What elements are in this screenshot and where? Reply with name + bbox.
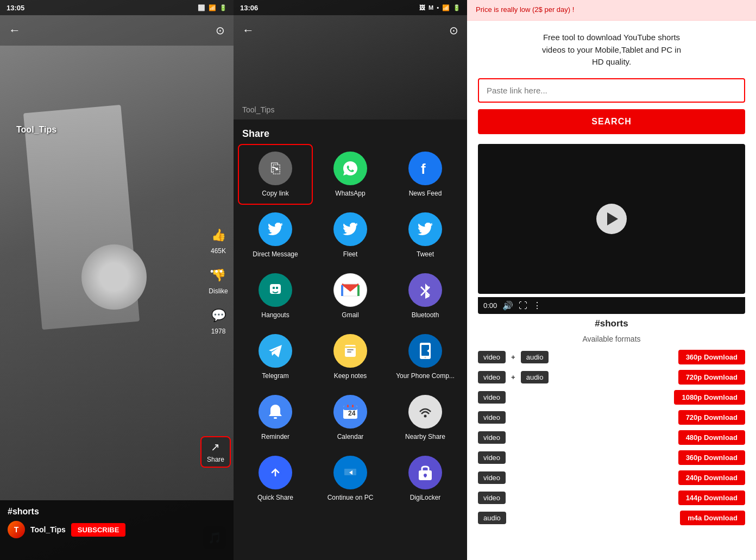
more-icon[interactable]: ⋮	[533, 300, 541, 311]
copy-link-icon: ⎘	[259, 152, 292, 185]
photo-icon: 🖼	[419, 4, 425, 11]
tweet-icon	[408, 212, 442, 246]
fullscreen-icon[interactable]: ⛶	[519, 301, 527, 311]
share-item-whatsapp[interactable]: WhatsApp	[313, 144, 388, 205]
hangouts-label: Hangouts	[261, 311, 289, 319]
download-btn-8[interactable]: m4a Download	[680, 511, 745, 525]
gmail-icon	[333, 273, 367, 307]
download-btn-6[interactable]: 240p Download	[678, 470, 745, 485]
share-item-tweet[interactable]: Tweet	[388, 205, 463, 266]
back-button-1[interactable]: ←	[9, 23, 21, 37]
format-tag-video-6: video	[478, 471, 506, 484]
comment-button[interactable]: 💬 1978	[209, 306, 228, 335]
like-count: 465K	[211, 247, 226, 255]
status-time-1: 13:05	[7, 4, 24, 12]
battery-icon-2: 🔋	[453, 4, 461, 11]
telegram-icon	[259, 334, 292, 368]
format-tag-video-2: video	[478, 391, 506, 404]
side-actions: 👍 465K 👎 Dislike 💬 1978	[209, 225, 228, 335]
format-row-5: video 360p Download	[478, 450, 745, 465]
share-item-hangouts[interactable]: Hangouts	[238, 266, 313, 326]
share-item-copy-link[interactable]: ⎘ Copy link	[238, 144, 313, 205]
formats-title: Available formats	[478, 335, 745, 343]
copy-link-label: Copy link	[262, 190, 288, 197]
svg-text:24: 24	[348, 410, 356, 417]
hangouts-icon	[259, 273, 292, 307]
svg-rect-6	[347, 349, 354, 350]
download-btn-1[interactable]: 720p Download	[678, 370, 745, 385]
nearby-share-icon	[408, 395, 442, 429]
channel-row: T Tool_Tips SUBSCRIBE	[8, 521, 226, 538]
wifi-icon: 📶	[209, 4, 216, 11]
volume-icon[interactable]: 🔊	[502, 300, 513, 311]
format-tag-video-1: video	[478, 371, 506, 383]
news-feed-icon: f	[408, 152, 442, 185]
download-btn-0[interactable]: 360p Download	[678, 350, 745, 364]
svg-rect-7	[347, 351, 351, 353]
share-item-telegram[interactable]: Telegram	[238, 326, 313, 387]
top-ad-banner: Price is really low (2$ per day) !	[467, 0, 756, 21]
back-button-2[interactable]: ←	[242, 23, 254, 37]
format-row-3: video 720p Download	[478, 410, 745, 425]
share-title: Share	[234, 119, 467, 144]
paste-link-input[interactable]	[478, 78, 745, 103]
format-tag-video-7: video	[478, 492, 506, 504]
keep-notes-label: Keep notes	[334, 372, 367, 380]
format-plus-0: +	[510, 353, 516, 361]
camera-button-1[interactable]: ⊙	[216, 24, 225, 37]
reminder-label: Reminder	[261, 433, 289, 441]
dot-icon: •	[437, 4, 439, 11]
like-icon: 👍	[209, 225, 228, 245]
subscribe-button[interactable]: SUBSCRIBE	[71, 523, 126, 537]
download-btn-2[interactable]: 1080p Download	[674, 390, 745, 405]
download-btn-4[interactable]: 480p Download	[678, 430, 745, 445]
share-item-continue-pc[interactable]: Continue on PC	[313, 448, 388, 509]
more-options[interactable]: •••	[210, 266, 224, 278]
share-item-fleet[interactable]: Fleet	[313, 205, 388, 266]
continue-pc-label: Continue on PC	[327, 494, 374, 501]
quick-share-label: Quick Share	[257, 494, 293, 501]
share-preview-area: 13:06 🖼 M • 📶 🔋 ← ⊙ Tool_Tips	[234, 0, 467, 119]
share-button-inner[interactable]: ↗ Share	[200, 436, 231, 468]
svg-rect-20	[347, 477, 354, 479]
panel-share-sheet: 13:06 🖼 M • 📶 🔋 ← ⊙ Tool_Tips Share ⎘ Co…	[234, 0, 467, 560]
share-item-reminder[interactable]: Reminder	[238, 387, 313, 448]
continue-pc-icon	[333, 456, 367, 489]
share-item-bluetooth[interactable]: Bluetooth	[388, 266, 463, 326]
top-bar-1: ← ⊙	[0, 15, 234, 46]
calendar-icon: 24	[333, 395, 367, 429]
svg-text:f: f	[421, 161, 426, 177]
whatsapp-icon	[333, 152, 367, 185]
play-button[interactable]	[596, 204, 627, 234]
bluetooth-icon	[408, 273, 442, 307]
share-button-box[interactable]: ↗ Share	[200, 436, 231, 468]
share-item-digilocker[interactable]: DigiLocker	[388, 448, 463, 509]
channel-name: Tool_Tips	[30, 525, 66, 534]
status-bar-2: 13:06 🖼 M • 📶 🔋	[234, 0, 467, 15]
share-grid: ⎘ Copy link WhatsApp f News Feed	[234, 144, 467, 509]
search-button[interactable]: SEARCH	[478, 109, 745, 134]
share-item-keep-notes[interactable]: Keep notes	[313, 326, 388, 387]
direct-message-icon	[259, 212, 292, 246]
video-player	[478, 144, 745, 294]
video-hashtag: #shorts	[8, 507, 226, 517]
share-item-gmail[interactable]: Gmail	[313, 266, 388, 326]
keep-notes-icon	[333, 334, 367, 368]
download-btn-5[interactable]: 360p Download	[678, 450, 745, 465]
download-btn-3[interactable]: 720p Download	[678, 410, 745, 425]
channel-avatar: T	[8, 521, 25, 538]
like-button[interactable]: 👍 465K	[209, 225, 228, 255]
share-item-direct-message[interactable]: Direct Message	[238, 205, 313, 266]
share-item-quick-share[interactable]: Quick Share	[238, 448, 313, 509]
download-btn-7[interactable]: 144p Download	[678, 490, 745, 505]
share-item-news-feed[interactable]: f News Feed	[388, 144, 463, 205]
bottom-bar: #shorts T Tool_Tips SUBSCRIBE	[0, 500, 234, 560]
share-item-your-phone[interactable]: Your Phone Comp...	[388, 326, 463, 387]
format-tag-audio-0: audio	[521, 351, 549, 363]
format-plus-1: +	[510, 373, 516, 381]
status-icons-2: 🖼 M • 📶 🔋	[419, 4, 461, 11]
share-item-nearby-share[interactable]: Nearby Share	[388, 387, 463, 448]
camera-button-2[interactable]: ⊙	[449, 24, 458, 37]
comment-icon: 💬	[209, 306, 228, 325]
share-item-calendar[interactable]: 24 Calendar	[313, 387, 388, 448]
